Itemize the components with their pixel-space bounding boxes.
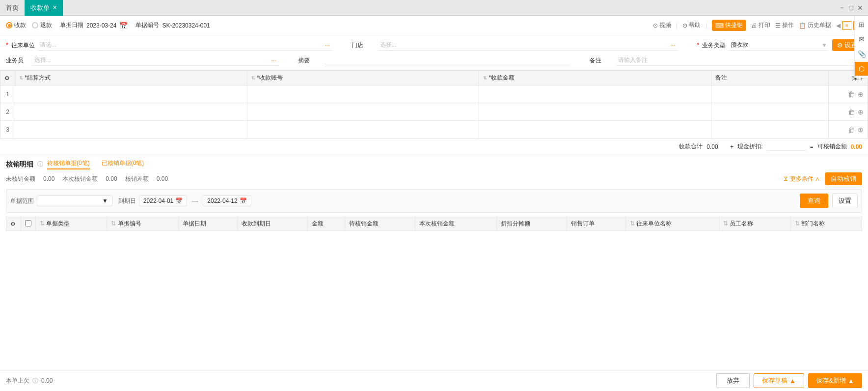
help-button[interactable]: ⊙ 帮助 [682, 21, 701, 29]
maximize-button[interactable]: □ [849, 4, 853, 12]
verify-table: ⚙ ⇅ 单据类型 ⇅ 单据编号 单据日期 收款到期日 金额 待核销金额 本次核销… [6, 217, 862, 231]
biz-type-dropdown-icon[interactable]: ▼ [821, 42, 827, 49]
verify-checkbox-col [21, 217, 36, 231]
list-layout-icon[interactable]: ≡ [842, 21, 851, 30]
verify-info-icon[interactable]: ⓘ [37, 160, 43, 168]
row-1-action: 🗑 ⊕ [829, 85, 868, 103]
row-1-copy-icon[interactable]: ⊕ [858, 90, 864, 98]
query-button[interactable]: 查询 [800, 194, 828, 208]
row-2-remarks[interactable] [711, 103, 828, 121]
save-new-arrow-icon[interactable]: ▲ [848, 377, 854, 385]
row-2-copy-icon[interactable]: ⊕ [858, 108, 864, 116]
store-input[interactable]: 选择... [378, 40, 669, 50]
history-button[interactable]: 📋 历史单据 [799, 21, 831, 29]
row-2-amount[interactable] [479, 103, 711, 121]
row-1-account[interactable] [247, 85, 479, 103]
row-3-remarks[interactable] [711, 121, 828, 139]
save-draft-arrow-icon[interactable]: ▲ [789, 377, 796, 385]
sidebar-attachment-icon[interactable]: 📎 [855, 47, 868, 61]
row-2-action: 🗑 ⊕ [829, 103, 868, 121]
row-2-settlement[interactable] [15, 103, 247, 121]
range-select[interactable]: ▼ [37, 196, 112, 206]
discard-button[interactable]: 放弃 [716, 373, 750, 388]
diff-label: 核销差额 [125, 175, 149, 183]
print-button[interactable]: 🖨 打印 [751, 21, 770, 29]
save-draft-button[interactable]: 保存草稿 ▲ [754, 373, 804, 388]
verify-counterpart-col[interactable]: ⇅ 往来单位名称 [626, 217, 719, 231]
staff-input-wrap: 选择... ··· [32, 55, 278, 66]
discount-label: 现金折扣: [737, 142, 762, 151]
verify-staff-col[interactable]: ⇅ 员工名称 [719, 217, 790, 231]
date-value: 2023-03-24 [86, 22, 116, 29]
counterpart-more-btn[interactable]: ··· [323, 41, 332, 50]
row-3-copy-icon[interactable]: ⊕ [858, 126, 864, 134]
remarks-col-header: 备注 [711, 71, 828, 85]
remarks-input-wrap: 请输入备注 [616, 55, 862, 66]
this-order-info-icon[interactable]: ⓘ [32, 377, 38, 385]
tab-bar: 首页 收款单 ✕ － □ ✕ [0, 0, 868, 16]
date-field-group: 单据日期 2023-03-24 📅 [60, 21, 128, 29]
save-new-button[interactable]: 保存&新增 ▲ [808, 373, 862, 388]
row-1-amount[interactable] [479, 85, 711, 103]
counterpart-input[interactable]: 请选... [38, 40, 323, 50]
radio-receipt[interactable]: 收款 [6, 21, 26, 29]
row-2-delete-icon[interactable]: 🗑 [848, 108, 855, 116]
row-3-account[interactable] [247, 121, 479, 139]
verify-gear-col[interactable]: ⚙ [6, 217, 21, 231]
date-to-value: 2022-04-12 [207, 197, 237, 204]
more-conditions-link[interactable]: ⊻ 更多条件 ∧ [784, 175, 820, 183]
done-tab[interactable]: 已核销单据(0笔) [102, 159, 144, 169]
verify-section: 核销明细 ⓘ 待核销单据(0笔) 已核销单据(0笔) 未核销金额 0.00 本次… [0, 155, 868, 370]
toolbar-right: ⊙ 视频 | ⊙ 帮助 | ⌨ 快捷键 🖨 打印 ☰ [653, 20, 862, 31]
tab-home[interactable]: 首页 [0, 0, 25, 16]
tab-receipt[interactable]: 收款单 ✕ [25, 0, 63, 16]
receipt-table: ⚙ ⇅ *结算方式 ⇅ *收款账号 ⇅ *收款金额 [0, 70, 868, 139]
minimize-button[interactable]: － [839, 3, 845, 12]
close-button[interactable]: ✕ [857, 4, 863, 12]
auto-verify-button[interactable]: 自动核销 [825, 172, 862, 185]
verify-select-all[interactable] [25, 220, 31, 226]
date-calendar-icon[interactable]: 📅 [119, 22, 128, 29]
account-col-header[interactable]: ⇅ *收款账号 [247, 71, 479, 85]
discount-input[interactable] [767, 143, 806, 151]
remarks-input[interactable]: 请输入备注 [616, 55, 862, 65]
this-order-label: 本单上欠 [6, 377, 29, 385]
store-more-btn[interactable]: ··· [668, 41, 677, 50]
verify-number-col[interactable]: ⇅ 单据编号 [107, 217, 178, 231]
sidebar-table-icon[interactable]: ⊞ [855, 18, 868, 31]
tab-receipt-label: 收款单 [30, 3, 50, 12]
sidebar-email-icon[interactable]: ✉ [855, 32, 868, 46]
tab-close-icon[interactable]: ✕ [53, 4, 57, 11]
row-3-amount[interactable] [479, 121, 711, 139]
row-1-settlement[interactable] [15, 85, 247, 103]
verify-type-col[interactable]: ⇅ 单据类型 [36, 217, 107, 231]
row-1-remarks[interactable] [711, 85, 828, 103]
row-2-account[interactable] [247, 103, 479, 121]
date-separator: — [190, 197, 200, 204]
row-1-delete-icon[interactable]: 🗑 [848, 90, 855, 98]
settlement-col-header[interactable]: ⇅ *结算方式 [15, 71, 247, 85]
verify-header: 核销明细 ⓘ 待核销单据(0笔) 已核销单据(0笔) [6, 159, 862, 169]
video-button[interactable]: ⊙ 视频 [653, 21, 671, 29]
operation-button[interactable]: ☰ 操作 [775, 21, 794, 29]
summary-input[interactable] [325, 57, 570, 64]
row-3-delete-icon[interactable]: 🗑 [848, 126, 855, 134]
verify-salesorder-col: 销售订单 [567, 217, 626, 231]
settings-col-header[interactable]: ⚙ [0, 71, 15, 85]
shortcut-label: 快捷键 [725, 21, 743, 29]
amount-col-header[interactable]: ⇅ *收款金额 [479, 71, 711, 85]
date-from-input[interactable]: 2022-04-01 📅 [139, 196, 187, 206]
staff-more-btn[interactable]: ··· [270, 56, 278, 65]
shortcut-button[interactable]: ⌨ 快捷键 [712, 20, 746, 31]
row-3-settlement[interactable] [15, 121, 247, 139]
receipt-type-radio-group: 收款 退款 [6, 21, 52, 29]
staff-input[interactable]: 选择... [32, 55, 270, 65]
date-to-input[interactable]: 2022-04-12 📅 [203, 196, 251, 206]
verify-dept-col[interactable]: ⇅ 部门名称 [790, 217, 862, 231]
pending-tab[interactable]: 待核销单据(0笔) [47, 159, 90, 169]
sidebar-screenshot-icon[interactable]: ⬡ [855, 62, 868, 76]
form-row-2: 业务员 选择... ··· 摘要 备注 请输 [6, 55, 862, 66]
radio-refund[interactable]: 退款 [32, 21, 52, 29]
verify-settings-button[interactable]: 设置 [832, 194, 858, 208]
left-arrow-icon[interactable]: ◀ [836, 22, 841, 29]
